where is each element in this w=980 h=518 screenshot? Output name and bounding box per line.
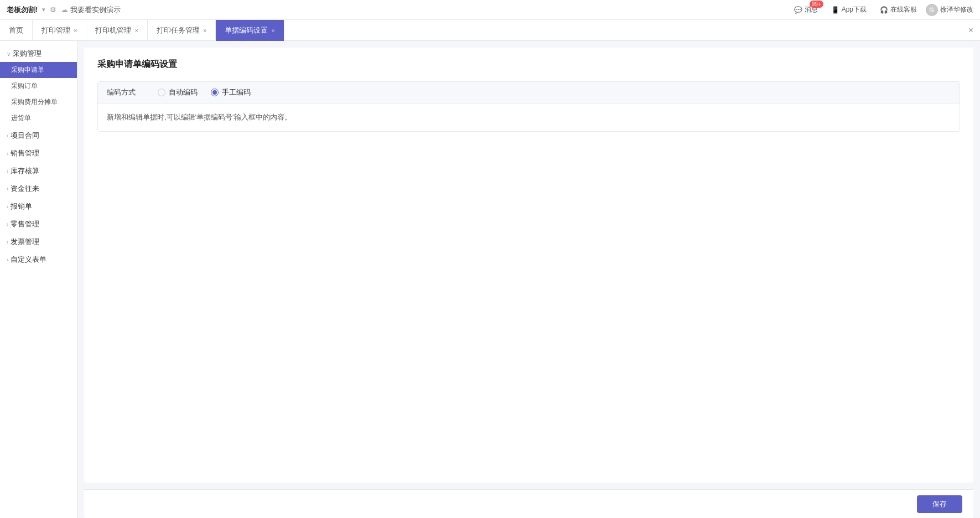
stock-in-label: 进货单	[11, 114, 31, 122]
tab-print-manage[interactable]: 打印管理 ×	[33, 20, 86, 41]
retail-group-label: 零售管理	[11, 219, 39, 229]
content-footer: 保存	[84, 489, 973, 518]
app-download-button[interactable]: 📱 App下载	[831, 5, 867, 14]
sidebar-item-purchase-expense[interactable]: 采购费用分摊单	[0, 94, 77, 110]
sidebar-group-invoice: › 发票管理	[0, 234, 77, 250]
tab-single-code-label: 单据编码设置	[225, 25, 268, 35]
tab-bar: 首页 打印管理 × 打印机管理 × 打印任务管理 × 单据编码设置 × ×	[0, 20, 980, 41]
radio-auto-code[interactable]: 自动编码	[158, 87, 198, 97]
return-arrow: ›	[7, 204, 8, 210]
sidebar-group-inventory: › 库存核算	[0, 163, 77, 179]
radio-manual-code[interactable]: 手工编码	[211, 87, 251, 97]
sidebar-group-project: › 项目合同	[0, 127, 77, 144]
purchase-request-label: 采购申请单	[11, 66, 44, 74]
sidebar: ∨ 采购管理 采购申请单 采购订单 采购费用分摊单 进货单 › 项目合同	[0, 41, 77, 518]
service-icon: 🎧	[880, 6, 888, 14]
dropdown-icon[interactable]: ▾	[42, 6, 45, 13]
top-bar-left: 老板勿割! ▾ ⚙ ☁ 我要看实例演示	[7, 5, 121, 15]
project-group-label: 项目合同	[11, 131, 39, 141]
content-area: 采购申请单编码设置 编码方式 自动编码 手工编码	[77, 41, 980, 518]
online-service-button[interactable]: 🎧 在线客服	[880, 5, 917, 14]
project-arrow: ›	[7, 133, 8, 139]
return-group-label: 报销单	[11, 201, 32, 211]
retail-arrow: ›	[7, 221, 8, 227]
tab-print-task-label: 打印任务管理	[157, 25, 200, 35]
avatar: 徐	[926, 4, 938, 16]
sidebar-group-capital-title[interactable]: › 资金往来	[0, 180, 77, 197]
purchase-arrow: ∨	[7, 51, 11, 57]
brand-name: 老板勿割!	[7, 5, 38, 15]
top-bar: 老板勿割! ▾ ⚙ ☁ 我要看实例演示 💬 消息 99+ 📱 App下载 🎧 在…	[0, 0, 980, 20]
encoding-form: 编码方式 自动编码 手工编码 新增和编辑单据时,可以编辑'单据编码号'输入框中的…	[97, 81, 960, 132]
app-download-label: App下载	[842, 5, 867, 14]
invoice-group-label: 发票管理	[11, 237, 39, 247]
cloud-icon: ☁	[61, 6, 68, 14]
tab-print-manage-label: 打印管理	[42, 25, 70, 35]
message-icon: 💬	[794, 6, 802, 14]
radio-group: 自动编码 手工编码	[158, 87, 251, 97]
tab-single-code[interactable]: 单据编码设置 ×	[216, 20, 284, 41]
tab-bar-close-all[interactable]: ×	[962, 25, 980, 35]
invoice-arrow: ›	[7, 239, 8, 245]
purchase-order-label: 采购订单	[11, 82, 38, 90]
sidebar-group-invoice-title[interactable]: › 发票管理	[0, 234, 77, 250]
tab-print-manage-close[interactable]: ×	[74, 27, 77, 34]
sidebar-group-return-title[interactable]: › 报销单	[0, 198, 77, 215]
sidebar-item-stock-in[interactable]: 进货单	[0, 110, 77, 126]
main-layout: ∨ 采购管理 采购申请单 采购订单 采购费用分摊单 进货单 › 项目合同	[0, 41, 980, 518]
hint-text: 新增和编辑单据时,可以编辑'单据编码号'输入框中的内容。	[98, 103, 960, 131]
sidebar-group-retail-title[interactable]: › 零售管理	[0, 216, 77, 232]
purchase-expense-label: 采购费用分摊单	[11, 98, 58, 106]
top-bar-right: 💬 消息 99+ 📱 App下载 🎧 在线客服 徐 徐泽华修改	[794, 4, 973, 16]
radio-auto-circle	[158, 89, 165, 96]
tab-print-task[interactable]: 打印任务管理 ×	[148, 20, 216, 41]
custom-arrow: ›	[7, 257, 8, 263]
online-service-label: 在线客服	[890, 5, 917, 14]
tab-printer-manage-label: 打印机管理	[95, 25, 131, 35]
demo-link[interactable]: ☁ 我要看实例演示	[61, 5, 121, 15]
sidebar-group-inventory-title[interactable]: › 库存核算	[0, 163, 77, 179]
inventory-group-label: 库存核算	[11, 166, 39, 176]
user-menu[interactable]: 徐 徐泽华修改	[926, 4, 973, 16]
sidebar-group-project-title[interactable]: › 项目合同	[0, 127, 77, 144]
sidebar-group-purchase: ∨ 采购管理 采购申请单 采购订单 采购费用分摊单 进货单	[0, 45, 77, 126]
content-main: 采购申请单编码设置 编码方式 自动编码 手工编码	[84, 48, 973, 483]
sidebar-group-sales-title[interactable]: › 销售管理	[0, 145, 77, 162]
auto-code-label: 自动编码	[169, 87, 198, 97]
sidebar-item-purchase-request[interactable]: 采购申请单	[0, 62, 77, 78]
gear-icon[interactable]: ⚙	[50, 6, 56, 14]
tab-single-code-close[interactable]: ×	[271, 27, 274, 34]
sales-group-label: 销售管理	[11, 148, 39, 158]
sidebar-group-custom-title[interactable]: › 自定义表单	[0, 251, 77, 268]
sales-arrow: ›	[7, 151, 8, 157]
sidebar-group-sales: › 销售管理	[0, 145, 77, 162]
tab-print-task-close[interactable]: ×	[203, 27, 206, 34]
radio-manual-circle	[211, 89, 219, 96]
sidebar-group-custom: › 自定义表单	[0, 251, 77, 268]
sidebar-item-purchase-order[interactable]: 采购订单	[0, 78, 77, 94]
capital-group-label: 资金往来	[11, 184, 39, 194]
capital-arrow: ›	[7, 186, 8, 192]
sidebar-group-return: › 报销单	[0, 198, 77, 215]
tab-printer-manage-close[interactable]: ×	[134, 27, 138, 34]
tab-printer-manage[interactable]: 打印机管理 ×	[86, 20, 147, 41]
sidebar-group-purchase-title[interactable]: ∨ 采购管理	[0, 45, 77, 62]
purchase-group-label: 采购管理	[13, 49, 42, 59]
custom-group-label: 自定义表单	[11, 255, 46, 265]
page-title: 采购申请单编码设置	[97, 59, 960, 70]
inventory-arrow: ›	[7, 168, 8, 174]
tab-home[interactable]: 首页	[0, 20, 33, 41]
manual-code-label: 手工编码	[222, 87, 251, 97]
demo-link-text: 我要看实例演示	[70, 5, 121, 15]
tab-home-label: 首页	[9, 25, 23, 35]
user-name: 徐泽华修改	[940, 5, 973, 14]
sidebar-group-capital: › 资金往来	[0, 180, 77, 197]
encoding-label: 编码方式	[107, 87, 140, 97]
message-button[interactable]: 💬 消息 99+	[794, 5, 818, 14]
sidebar-group-retail: › 零售管理	[0, 216, 77, 232]
save-button[interactable]: 保存	[917, 495, 962, 513]
app-icon: 📱	[831, 6, 839, 14]
encoding-row: 编码方式 自动编码 手工编码	[98, 82, 960, 103]
message-badge: 99+	[810, 1, 823, 8]
